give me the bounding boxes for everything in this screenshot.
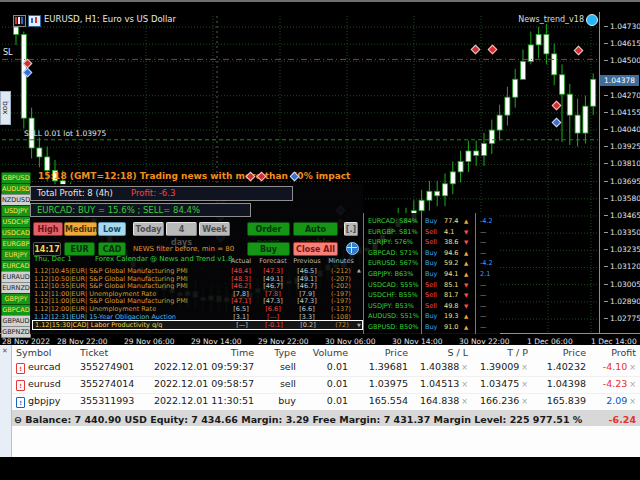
header-ticket[interactable]: Ticket: [76, 345, 146, 359]
toolbox-side-strip: ✕: [0, 345, 12, 457]
impact-high-button[interactable]: High: [33, 222, 63, 236]
header-volume[interactable]: Volume: [300, 345, 352, 359]
ticket-cell: 355274901: [76, 359, 146, 376]
pair-strength-label: EURJPY: S76%: [368, 237, 413, 247]
header-profit[interactable]: Profit: [590, 345, 640, 359]
range-today-button[interactable]: Today: [133, 222, 164, 236]
globe-icon[interactable]: [346, 242, 359, 255]
trade-row-eurcad[interactable]: !eurcad3552749012022.12.01 09:59:37sell0…: [12, 359, 640, 377]
sl-cell: 164.838×: [412, 393, 472, 410]
pair-strength-label: USDJPY: B53%: [368, 301, 414, 311]
profit-delta: 2.1: [480, 269, 490, 279]
strength-row-usdjpy[interactable]: USDJPY: B53%Sell49.8▼—: [364, 301, 500, 311]
trade-row-eurusd[interactable]: !eurusd3552740142022.12.01 09:58:57sell0…: [12, 376, 640, 394]
toolbox-panel: ✕ SymbolTicketTimeTypeVolumePriceS / LT …: [0, 345, 640, 457]
header-symbol[interactable]: Symbol: [12, 345, 76, 359]
impact-medium-button[interactable]: Medium: [64, 222, 97, 236]
strength-row-audusd[interactable]: AUDUSD: S51%Buy19.3▲—: [364, 311, 500, 321]
toolbox-tab[interactable]: box: [0, 91, 11, 125]
pair-strength-label: EURUSD: S67%: [368, 258, 418, 268]
time-cell: 2022.12.01 11:30:51: [146, 393, 258, 410]
strength-row-eurcad[interactable]: EURCAD: S84%Buy77.4▲-4.2: [364, 216, 500, 226]
trade-table-header[interactable]: SymbolTicketTimeTypeVolumePriceS / LT / …: [12, 345, 640, 359]
close-all-button[interactable]: Close All: [293, 242, 338, 256]
dots-button[interactable]: [.]: [344, 222, 358, 236]
profit-delta: —: [480, 290, 487, 300]
close-toolbox-button[interactable]: ✕: [2, 347, 8, 355]
strength-row-gbpcad[interactable]: GBPCAD: S71%Buy94.6▲—: [364, 248, 500, 258]
action-label: Buy: [425, 258, 437, 268]
event-value: [-0.1]: [259, 321, 289, 329]
profit-cell: -4.10×: [590, 359, 640, 376]
profit-label: Profit: -6.3: [131, 187, 175, 200]
remove-tp-cell[interactable]: ×: [521, 380, 528, 389]
strength-row-eurgbp[interactable]: EURGBP: S81%Sell4.1▼—: [364, 227, 500, 237]
header-time[interactable]: Time: [146, 345, 258, 359]
scroll-up-arrow[interactable]: ▲: [355, 267, 363, 273]
strength-value: 85.1: [444, 280, 458, 290]
mt5-terminal: EURUSD, H1: Euro vs US Dollar News_trend…: [0, 0, 640, 480]
event-name: 1.12|15:30|CAD| Labor Productivity q/q: [35, 321, 162, 329]
profit-delta: —: [480, 227, 487, 237]
header-sl[interactable]: S / L: [412, 345, 472, 359]
news-trend-icon[interactable]: [586, 14, 598, 26]
order-news-button[interactable]: Order news: [247, 222, 290, 236]
news-filter-text: NEWS filter before, min = 80: [133, 245, 234, 253]
pair-strength-label: USDCHF: B55%: [368, 290, 418, 300]
action-label: Buy: [425, 269, 437, 279]
remove-profit-cell[interactable]: ×: [629, 397, 636, 406]
impact-low-button[interactable]: Low: [98, 222, 126, 236]
strength-row-usdchf[interactable]: USDCHF: B55%Sell81.7▼—: [364, 290, 500, 300]
calendar-row[interactable]: 1.12|15:30|CAD| Labor Productivity q/q[—…: [32, 320, 363, 330]
calendar-date: Thu, Dec 1: [34, 255, 72, 263]
chart-type-icon[interactable]: [13, 15, 26, 27]
strength-row-eurusd[interactable]: EURUSD: S67%Buy59.2▲-4.2: [364, 258, 500, 268]
strength-row-gbpjpy[interactable]: GBPJPY: B63%Buy94.1▲2.1: [364, 269, 500, 279]
price-axis[interactable]: 1.047301.046151.045001.042701.041551.040…: [599, 12, 640, 334]
range-week-button[interactable]: Week: [199, 222, 230, 236]
profit-delta: -4.2: [480, 216, 493, 226]
pair-strength-label: USDCAD: S55%: [368, 280, 419, 290]
remove-profit-cell[interactable]: ×: [629, 363, 636, 372]
signal-bar: EURCAD: BUY = 15.6% ; SELL= 84.4%: [30, 203, 251, 217]
remove-tp-cell[interactable]: ×: [521, 397, 528, 406]
price-tick-label: 1.02775: [604, 315, 640, 323]
down-arrow-icon: ▼: [464, 280, 468, 290]
price-tick-label: 1.03465: [604, 212, 640, 220]
remove-sl-cell[interactable]: ×: [461, 380, 468, 389]
price-tick-label: 1.03925: [604, 143, 640, 151]
range-4days-button[interactable]: 4 days: [166, 222, 197, 236]
strength-value: 49.8: [444, 301, 458, 311]
strength-row-usdcad[interactable]: USDCAD: S55%Sell85.1▼—: [364, 280, 500, 290]
header-tp[interactable]: T / P: [472, 345, 532, 359]
header-price[interactable]: Price: [532, 345, 590, 359]
action-label: Sell: [425, 280, 437, 290]
tp-cell: 166.236×: [472, 393, 532, 410]
indicator-list-icon[interactable]: [28, 15, 41, 27]
strength-row-gbpusd[interactable]: GBPUSD: B50%Buy91.0▲—: [364, 322, 500, 332]
auto-enable-button[interactable]: Auto enable: [293, 222, 338, 236]
price-tick-label: 1.03810: [604, 160, 640, 168]
remove-sl-cell[interactable]: ×: [461, 397, 468, 406]
action-label: Buy: [425, 216, 437, 226]
price-tick-label: 1.03235: [604, 246, 640, 254]
sl-line-label: SL: [3, 48, 13, 57]
currency-eur-button[interactable]: EUR: [64, 242, 95, 256]
remove-sl-cell[interactable]: ×: [461, 363, 468, 372]
minus-circle-icon[interactable]: ⊖: [14, 414, 25, 425]
scroll-down-arrow[interactable]: ▼: [355, 322, 363, 328]
header-price[interactable]: Price: [352, 345, 412, 359]
price-tick-label: 1.04040: [604, 126, 640, 134]
pair-strength-label: GBPCAD: S71%: [368, 248, 418, 258]
action-label: Sell: [425, 227, 437, 237]
currency-cad-button[interactable]: CAD: [98, 242, 126, 256]
trade-row-gbpjpy[interactable]: !gbpjpy3553119932022.12.01 11:30:51buy0.…: [12, 393, 640, 411]
symbol-button-gbpnzd[interactable]: GBPNZD: [1, 326, 31, 338]
down-arrow-icon: ▼: [464, 227, 468, 237]
remove-profit-cell[interactable]: ×: [629, 380, 636, 389]
header-type[interactable]: Type: [258, 345, 300, 359]
remove-tp-cell[interactable]: ×: [521, 363, 528, 372]
strength-row-eurjpy[interactable]: EURJPY: S76%Sell38.6▼—: [364, 237, 500, 247]
indicator-label: News_trend_v18: [518, 15, 584, 24]
buy-button[interactable]: Buy: [247, 242, 290, 256]
